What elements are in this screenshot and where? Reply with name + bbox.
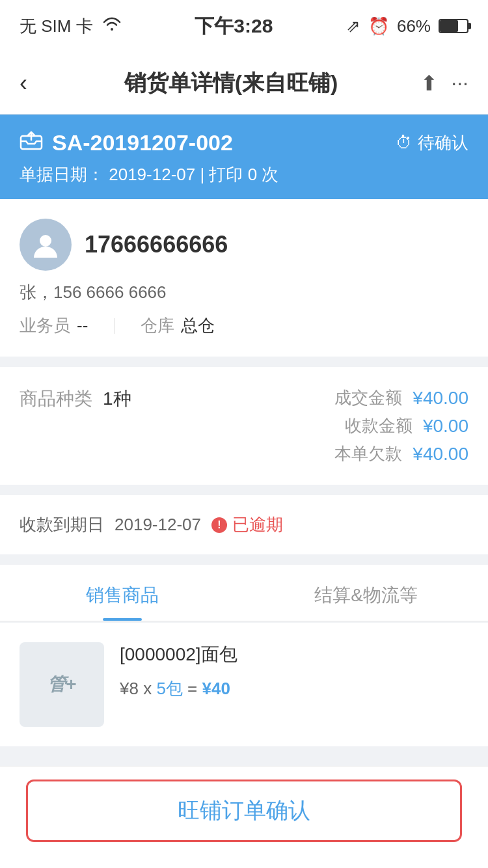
- battery-icon: [439, 19, 468, 33]
- product-logo: 管+: [47, 675, 76, 695]
- clock-icon: ⏱: [396, 133, 413, 153]
- warehouse-value: 总仓: [181, 314, 215, 337]
- sales-rep-item: 业务员 --: [20, 314, 88, 337]
- nav-bar: ‹ 销货单详情(来自旺铺) ⬆ ···: [0, 52, 488, 115]
- total-price: ¥40: [202, 679, 230, 698]
- received-value: ¥0.00: [423, 416, 468, 437]
- price-label: ¥8 x: [120, 679, 156, 698]
- order-id-text: SA-20191207-002: [52, 130, 233, 156]
- order-date: 2019-12-07: [109, 165, 195, 184]
- amount-label: 成交金额: [334, 387, 402, 409]
- status-left: 无 SIM 卡: [20, 15, 122, 38]
- battery-percent: 66%: [397, 16, 431, 36]
- customer-meta: 业务员 -- 仓库 总仓: [20, 314, 468, 337]
- order-header: SA-20191207-002 ⏱ 待确认 单据日期： 2019-12-07 |…: [0, 115, 488, 199]
- order-date-row: 单据日期： 2019-12-07 | 打印 0 次: [20, 163, 468, 186]
- tab-settlement[interactable]: 结算&物流等: [244, 565, 488, 621]
- tab-products[interactable]: 销售商品: [0, 565, 244, 621]
- more-icon[interactable]: ···: [451, 71, 468, 95]
- back-button[interactable]: ‹: [20, 70, 59, 97]
- owed-value: ¥40.00: [413, 444, 468, 465]
- tabs-row: 销售商品 结算&物流等: [0, 565, 488, 621]
- customer-name: 张，156 6666 6666: [20, 281, 468, 304]
- order-id: SA-20191207-002: [20, 130, 233, 156]
- page-title: 销货单详情(来自旺铺): [59, 68, 403, 98]
- confirm-order-button[interactable]: 旺铺订单确认: [26, 780, 462, 842]
- overdue-dot-icon: !: [211, 517, 227, 533]
- status-right: ⇗ ⏰ 66%: [346, 16, 468, 36]
- status-time: 下午3:28: [195, 13, 273, 40]
- wifi-icon: [102, 16, 122, 36]
- bottom-button-area: 旺铺订单确认: [0, 766, 488, 868]
- product-price: ¥8 x 5包 = ¥40: [120, 677, 468, 700]
- location-icon: ⇗: [346, 16, 360, 36]
- received-label: 收款金额: [345, 414, 413, 437]
- warehouse-item: 仓库 总仓: [141, 314, 215, 337]
- nav-actions: ⬆ ···: [403, 71, 468, 96]
- product-type-value: 1种: [103, 387, 131, 411]
- print-count: 0: [248, 165, 257, 184]
- overdue-text: 已逾期: [232, 513, 283, 536]
- amounts-group: 成交金额 ¥40.00 收款金额 ¥0.00 本单欠款 ¥40.00: [334, 387, 468, 465]
- order-status: ⏱ 待确认: [396, 131, 468, 154]
- customer-avatar: [20, 219, 72, 271]
- status-text: 待确认: [418, 131, 468, 154]
- amount-item: 成交金额 ¥40.00: [334, 387, 468, 409]
- sales-rep-value: --: [77, 316, 88, 336]
- due-label: 收款到期日: [20, 513, 104, 536]
- date-label: 单据日期：: [20, 165, 104, 184]
- print-label: | 打印: [200, 165, 247, 184]
- owed-item: 本单欠款 ¥40.00: [334, 442, 468, 465]
- amount-value: ¥40.00: [413, 388, 468, 409]
- status-bar: 无 SIM 卡 下午3:28 ⇗ ⏰ 66%: [0, 0, 488, 52]
- received-item: 收款金额 ¥0.00: [345, 414, 468, 437]
- product-type-group: 商品种类 1种: [20, 387, 131, 411]
- print-unit: 次: [262, 165, 278, 184]
- tabs-section: 销售商品 结算&物流等: [0, 565, 488, 621]
- product-thumbnail: 管+: [20, 642, 104, 727]
- customer-top: 17666666666: [20, 219, 468, 271]
- product-section: 管+ [0000002]面包 ¥8 x 5包 = ¥40: [0, 623, 488, 746]
- due-date-section: 收款到期日 2019-12-07 ! 已逾期: [0, 495, 488, 554]
- carrier-text: 无 SIM 卡: [20, 15, 93, 38]
- order-inbox-icon: [20, 130, 43, 156]
- warehouse-label: 仓库: [141, 314, 174, 337]
- product-name: [0000002]面包: [120, 642, 468, 667]
- due-date: 2019-12-07: [115, 515, 201, 535]
- owed-label: 本单欠款: [334, 442, 402, 465]
- equals-sign: =: [183, 679, 202, 698]
- share-icon[interactable]: ⬆: [420, 71, 438, 96]
- meta-divider: [114, 318, 115, 334]
- product-info: [0000002]面包 ¥8 x 5包 = ¥40: [120, 642, 468, 700]
- order-id-row: SA-20191207-002 ⏱ 待确认: [20, 130, 468, 156]
- customer-phone: 17666666666: [85, 231, 228, 258]
- alarm-icon: ⏰: [368, 16, 389, 36]
- svg-point-1: [40, 235, 51, 247]
- sales-rep-label: 业务员: [20, 314, 70, 337]
- customer-section: 17666666666 张，156 6666 6666 业务员 -- 仓库 总仓: [0, 199, 488, 357]
- summary-section: 商品种类 1种 成交金额 ¥40.00 收款金额 ¥0.00 本单欠款 ¥40.…: [0, 367, 488, 485]
- quantity: 5包: [156, 679, 182, 698]
- overdue-badge: ! 已逾期: [211, 513, 283, 536]
- product-type-label: 商品种类: [20, 387, 92, 411]
- summary-row: 商品种类 1种 成交金额 ¥40.00 收款金额 ¥0.00 本单欠款 ¥40.…: [20, 387, 468, 465]
